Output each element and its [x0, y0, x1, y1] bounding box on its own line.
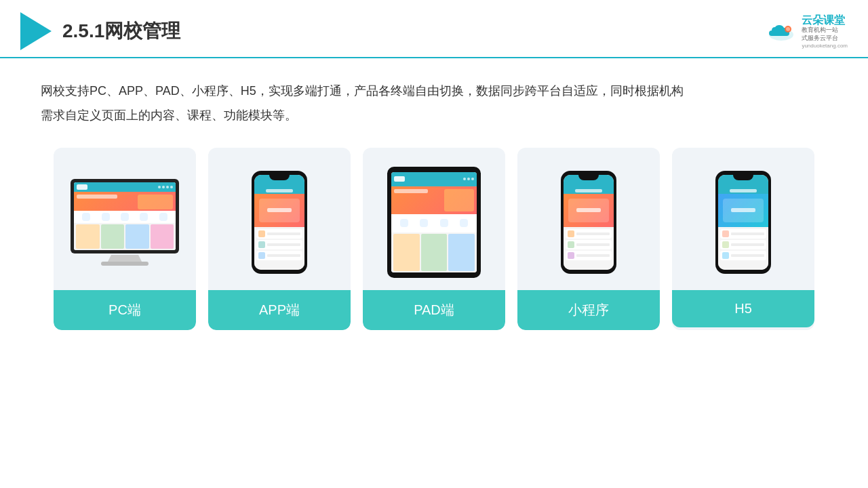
pad-mini-card-1 — [393, 234, 420, 271]
app-list-line-1 — [267, 232, 300, 235]
pad-header-logo — [394, 176, 405, 182]
pc-mini-card-1 — [76, 224, 100, 249]
app-list-thumb-3 — [258, 252, 265, 259]
mini-phone-outer — [561, 171, 616, 274]
h5-list-thumb-3 — [722, 252, 729, 259]
cloud-icon — [766, 21, 796, 41]
cards-container: PC端 — [0, 141, 868, 344]
pc-icon-1 — [82, 213, 90, 221]
h5-list-thumb-2 — [722, 241, 729, 248]
mini-list-thumb-3 — [568, 252, 574, 259]
app-list-item-1 — [256, 229, 302, 239]
h5-list-item-2 — [720, 240, 766, 249]
pc-mini-card-3 — [125, 224, 149, 249]
h5-list-item-1 — [720, 229, 766, 239]
pad-banner-text — [394, 189, 428, 193]
card-h5: H5 — [672, 148, 814, 330]
description-block: 网校支持PC、APP、PAD、小程序、H5，实现多端打通，产品各终端自由切换，数… — [0, 58, 868, 141]
mini-phone-banner — [564, 194, 614, 227]
brand-sub2: 式服务云平台 — [802, 35, 838, 43]
pc-monitor — [71, 179, 179, 266]
app-phone-content — [254, 175, 304, 270]
nav-dot-2 — [162, 186, 165, 188]
app-phone-banner — [254, 194, 304, 227]
pc-icon-4 — [140, 213, 148, 221]
h5-list-item-3 — [720, 251, 766, 260]
mini-phone-content — [564, 175, 614, 270]
brand-sub1: 教育机构一站 — [802, 26, 838, 35]
pad-cards-row — [391, 232, 477, 272]
card-pc-label: PC端 — [54, 290, 196, 330]
card-app: APP端 — [208, 148, 351, 330]
brand-logo — [766, 21, 796, 41]
app-phone-header-text — [266, 189, 293, 192]
pc-mini-card-2 — [101, 224, 125, 249]
nav-dot-3 — [166, 186, 169, 188]
pad-tablet-screen — [391, 172, 477, 272]
h5-list-line-3 — [731, 254, 764, 257]
card-pc-image — [54, 148, 196, 290]
mini-list-thumb-2 — [568, 241, 574, 248]
pc-icons-row — [74, 211, 176, 223]
card-pad-label: PAD端 — [363, 290, 505, 330]
brand-url: yunduoketang.com — [802, 43, 848, 49]
pc-header-logo — [77, 184, 87, 190]
logo-triangle-icon — [20, 12, 52, 50]
pad-icon-4 — [460, 219, 468, 227]
app-phone-outer — [252, 171, 307, 274]
pc-screen-content — [74, 182, 176, 250]
card-mini: 小程序 — [517, 148, 660, 330]
h5-phone-notch — [733, 175, 753, 180]
app-phone-screen — [254, 175, 304, 270]
app-phone-list — [254, 227, 304, 270]
monitor-stand — [108, 255, 142, 262]
app-banner-label — [267, 208, 292, 212]
pad-screen-content — [391, 172, 477, 272]
pc-header-bar — [74, 182, 176, 192]
pad-banner — [391, 186, 477, 214]
pad-nav-dot-3 — [471, 178, 474, 180]
mini-list-line-2 — [576, 243, 610, 246]
h5-phone-screen — [718, 175, 768, 270]
h5-list-line-2 — [731, 243, 764, 246]
card-pad-image — [363, 148, 505, 290]
h5-list-thumb-1 — [722, 230, 729, 237]
description-line1: 网校支持PC、APP、PAD、小程序、H5，实现多端打通，产品各终端自由切换，数… — [41, 79, 827, 103]
pc-mini-card-4 — [151, 224, 174, 249]
nav-dot-4 — [170, 186, 173, 188]
pc-icon-5 — [159, 213, 167, 221]
mini-phone-notch — [578, 175, 599, 180]
svg-point-2 — [786, 27, 790, 31]
mini-banner-label — [576, 208, 601, 212]
mini-phone-header-text — [575, 189, 602, 192]
h5-phone-header-text — [730, 189, 757, 192]
pc-icon-3 — [121, 213, 129, 221]
monitor-screen — [74, 182, 176, 250]
pad-icon-1 — [400, 219, 408, 227]
mini-phone-list — [564, 227, 614, 270]
app-phone-notch — [269, 175, 290, 180]
description-line2: 需求自定义页面上的内容、课程、功能模块等。 — [41, 103, 827, 127]
app-list-item-3 — [256, 251, 302, 260]
page-title: 2.5.1网校管理 — [62, 18, 180, 44]
page-header: 2.5.1网校管理 云朵课堂 教育机构一站 式服务云平台 yunduoketan… — [0, 0, 868, 58]
app-list-item-2 — [256, 240, 302, 249]
app-list-thumb-2 — [258, 241, 265, 248]
pad-nav-dots — [463, 178, 474, 180]
app-banner-inner — [259, 199, 299, 222]
card-h5-image — [672, 148, 814, 290]
pad-nav-dot-1 — [463, 178, 466, 180]
brand-text: 云朵课堂 教育机构一站 式服务云平台 yunduoketang.com — [802, 14, 848, 49]
pad-icon-2 — [420, 219, 428, 227]
monitor-base — [101, 262, 149, 266]
mini-list-item-3 — [566, 251, 612, 260]
pad-icon-3 — [440, 219, 448, 227]
app-list-line-3 — [267, 254, 300, 257]
h5-phone-content — [718, 175, 768, 270]
mini-phone-screen — [564, 175, 614, 270]
pad-header-bar — [391, 172, 477, 186]
pc-cards-row — [74, 223, 176, 250]
app-list-line-2 — [267, 243, 300, 246]
card-mini-label: 小程序 — [517, 290, 660, 330]
pad-icons-row — [391, 214, 477, 232]
